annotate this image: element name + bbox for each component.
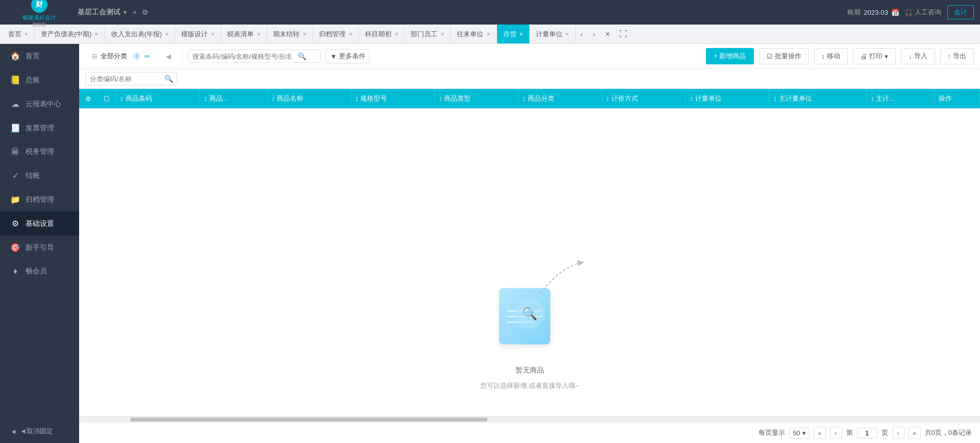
print-dropdown-icon[interactable]: ▾ (885, 53, 888, 60)
tab-close-subject[interactable]: × (395, 31, 398, 38)
print-btn[interactable]: 🖨 打印 ▾ (853, 48, 896, 64)
company-selector[interactable]: 基层工会测试 ▾ + ⚙ (78, 8, 842, 17)
dashed-arrow-svg (535, 258, 586, 298)
tab-subject[interactable]: 科目期初 × (359, 25, 405, 44)
calendar-icon[interactable]: 📅 (891, 9, 899, 16)
add-tab-icon[interactable]: + (133, 8, 137, 16)
tab-tax[interactable]: 税表清单 × (221, 25, 267, 44)
customer-service-btn[interactable]: 🎧 人工咨询 (904, 8, 941, 17)
filter-more-btn[interactable]: ▼ 更多条件 (326, 49, 370, 63)
tab-close-all-btn[interactable]: × (600, 25, 616, 44)
company-dropdown-icon[interactable]: ▾ (124, 9, 127, 16)
tab-expand-btn[interactable]: ⛶ (616, 25, 631, 44)
th-type[interactable]: ↕ 商品类型 (434, 89, 518, 108)
tab-archive[interactable]: 归档管理 × (313, 25, 359, 44)
horizontal-scrollbar[interactable] (79, 416, 980, 422)
tab-close-unit[interactable]: × (566, 31, 569, 38)
tab-homepage[interactable]: 首页 × (2, 25, 35, 44)
tab-close-period[interactable]: × (303, 31, 306, 38)
tab-close-partner[interactable]: × (486, 31, 490, 38)
page-next-btn[interactable]: › (892, 427, 904, 439)
tax-icon: 🏛 (10, 147, 20, 156)
empty-desc: 您可以选择新增,或者直接导入哦~ (480, 381, 579, 390)
collapse-icon[interactable]: ◀ (166, 53, 171, 60)
sidebar-item-invoice[interactable]: 🧾 发票管理 (0, 116, 79, 140)
th-spec[interactable]: ↕ 规格型号 (351, 89, 434, 108)
th-name[interactable]: ↕ 商品名称 (267, 89, 351, 108)
batch-operate-btn[interactable]: ☑ 批量操作 (759, 48, 809, 64)
th-unit[interactable]: ↕ 计量单位 (685, 89, 769, 108)
period-value: 2023-03 (864, 9, 888, 16)
settings-header-icon[interactable]: ⚙ (142, 8, 149, 16)
sidebar-pin-toggle[interactable]: ◄ ◄取消固定 (0, 419, 79, 443)
guide-icon: 🎯 (10, 243, 20, 252)
tab-close-dept[interactable]: × (440, 31, 444, 38)
page-label: 页 (881, 428, 888, 437)
th-barcode[interactable]: ↕ 商品条码 (116, 89, 200, 108)
sidebar-item-report[interactable]: ☁ 云报表中心 (0, 92, 79, 116)
sidebar-item-guide[interactable]: 🎯 新手引导 (0, 236, 79, 260)
logo-area: 财 畅捷通好会计 旗舰版 (6, 0, 72, 28)
import-btn[interactable]: ↓ 导入 (901, 48, 935, 64)
tab-prev-btn[interactable]: ‹ (576, 25, 588, 44)
batch-icon: ☑ (767, 53, 773, 60)
tab-template[interactable]: 模版设计 × (175, 25, 221, 44)
tab-close-inventory[interactable]: × (520, 31, 523, 38)
tab-income[interactable]: 收入支出表(年报) × (105, 25, 176, 44)
search-submit-icon[interactable]: 🔍 (298, 52, 306, 60)
tab-dept[interactable]: 部门员工 × (405, 25, 451, 44)
sidebar-item-member[interactable]: ♦ 畅会员 (0, 260, 79, 283)
sidebar-item-close[interactable]: ✓ 结账 (0, 164, 79, 188)
empty-state: 🔍 暂无商品 您可以选择新增,或者直 (79, 232, 980, 416)
move-btn[interactable]: ↕ 移动 (814, 48, 848, 64)
sidebar-item-settings[interactable]: ⚙ 基础设置 (0, 212, 79, 236)
page-input[interactable] (857, 428, 877, 438)
th-main-unit2[interactable]: ↕ 主计... (867, 89, 935, 108)
category-edit-icon[interactable]: ✏ (144, 53, 150, 60)
sidebar-item-tax[interactable]: 🏛 税务管理 (0, 140, 79, 164)
empty-illustration: 🔍 (474, 258, 586, 360)
tab-assets[interactable]: 资产负债表(中期) × (35, 25, 105, 44)
app-name: 畅捷通好会计 (22, 14, 56, 21)
category-search-icon[interactable]: 🔍 (164, 75, 173, 83)
per-page-select[interactable]: 50 ▾ (789, 428, 809, 438)
tab-close-income[interactable]: × (165, 31, 168, 38)
period-label: 账期 (847, 8, 861, 17)
account-button[interactable]: 会计 (947, 5, 974, 19)
export-btn[interactable]: ↑ 导出 (940, 48, 974, 64)
tab-close-assets[interactable]: × (95, 31, 99, 38)
th-settings[interactable]: ⚙ (79, 89, 97, 108)
th-check[interactable]: ☐ (97, 89, 116, 108)
th-category[interactable]: ↕ 商品分类 (518, 89, 602, 108)
new-product-btn[interactable]: + 新增商品 (706, 48, 753, 64)
tab-close-template[interactable]: × (211, 31, 214, 38)
tab-close-homepage[interactable]: × (24, 31, 28, 38)
th-main-unit[interactable]: ↕ 主计量单位 (769, 89, 867, 108)
sidebar-item-ledger[interactable]: 📒 总账 (0, 68, 79, 92)
product-table: ⚙ ☐ ↕ 商品条码 ↕ 商品... ↕ 商品名称 ↕ 规格型号 ↕ 商品类型 … (79, 89, 980, 108)
th-operation: 操作 (934, 89, 979, 108)
move-icon: ↕ (822, 53, 825, 60)
tab-partner[interactable]: 往来单位 × (451, 25, 497, 44)
search-input-main[interactable] (192, 53, 295, 60)
tab-close-archive[interactable]: × (349, 31, 352, 38)
tab-unit[interactable]: 计量单位 × (530, 25, 576, 44)
th-price-method[interactable]: ↕ 计价方式 (602, 89, 685, 108)
tab-next-btn[interactable]: › (588, 25, 600, 44)
page-first-btn[interactable]: « (814, 427, 826, 439)
left-panel-header-area: ⊞ 全部分类 0 ✏ ◀ (85, 49, 177, 64)
category-search-input[interactable] (90, 75, 161, 83)
sidebar: 🏠 首页 📒 总账 ☁ 云报表中心 🧾 发票管理 🏛 税务管理 ✓ 结账 📁 归… (0, 44, 79, 443)
export-icon: ↑ (948, 53, 951, 60)
tab-inventory[interactable]: 存货 × (497, 25, 530, 44)
page-prev-btn[interactable]: ‹ (830, 427, 842, 439)
page-last-btn[interactable]: » (909, 427, 921, 439)
toolbar: ⊞ 全部分类 0 ✏ ◀ 🔍 ▼ 更多条件 + 新增商品 ☑ 批量操作 (79, 44, 980, 69)
sidebar-item-archive[interactable]: 📁 归档管理 (0, 188, 79, 212)
th-code[interactable]: ↕ 商品... (200, 89, 267, 108)
tab-period[interactable]: 期末结转 × (267, 25, 313, 44)
tab-close-tax[interactable]: × (257, 31, 260, 38)
import-icon: ↓ (909, 53, 912, 60)
sidebar-item-home[interactable]: 🏠 首页 (0, 44, 79, 68)
scrollbar-thumb[interactable] (130, 417, 487, 422)
